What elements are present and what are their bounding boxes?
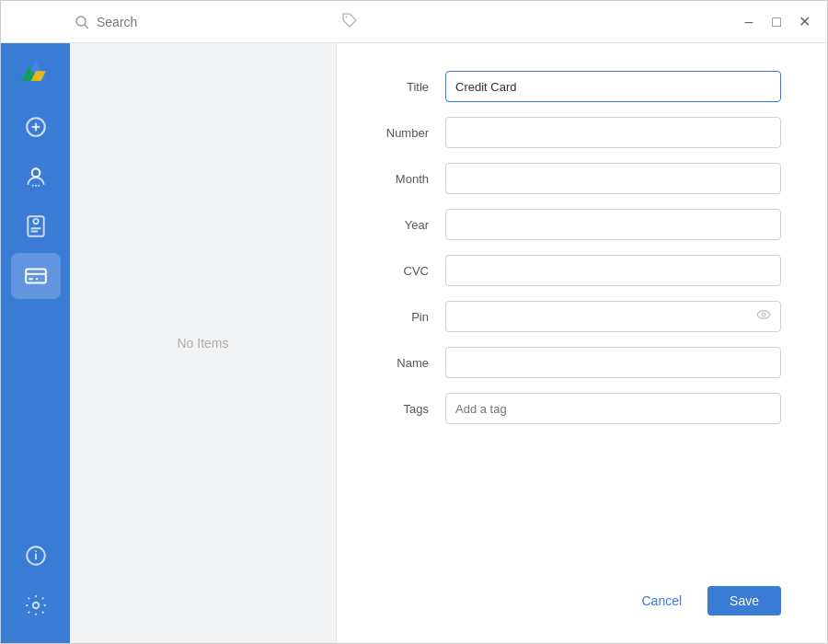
- svg-point-2: [346, 16, 348, 17]
- number-label: Number: [364, 126, 429, 140]
- title-label: Title: [364, 80, 429, 94]
- title-input[interactable]: [445, 71, 781, 102]
- number-input[interactable]: [445, 117, 781, 148]
- svg-rect-18: [26, 269, 46, 282]
- pin-label: Pin: [364, 310, 429, 324]
- sidebar-item-settings[interactable]: [11, 582, 61, 628]
- pin-input[interactable]: [445, 301, 781, 332]
- svg-point-14: [34, 185, 36, 187]
- app-logo: [19, 56, 52, 93]
- svg-point-25: [32, 603, 39, 609]
- year-input[interactable]: [445, 209, 781, 240]
- title-row: Title: [364, 71, 781, 102]
- cvc-input[interactable]: [445, 255, 781, 286]
- svg-line-1: [85, 25, 88, 29]
- pin-input-wrapper: [445, 301, 781, 332]
- name-input[interactable]: [445, 347, 781, 378]
- svg-point-17: [33, 219, 38, 224]
- tags-label: Tags: [364, 402, 429, 416]
- google-drive-logo: [19, 56, 52, 89]
- cvc-label: CVC: [364, 264, 429, 278]
- year-row: Year: [364, 209, 781, 240]
- no-items-label: No Items: [177, 336, 228, 351]
- close-button[interactable]: ✕: [796, 14, 812, 30]
- svg-point-26: [757, 311, 770, 318]
- form-fields: Title Number Month Year CVC: [364, 71, 781, 568]
- tags-row: Tags: [364, 393, 781, 424]
- list-panel: No Items: [70, 43, 337, 643]
- name-label: Name: [364, 356, 429, 370]
- title-bar-left: [1, 15, 741, 29]
- search-icon: [75, 15, 89, 29]
- tag-icon[interactable]: [341, 12, 358, 32]
- maximize-button[interactable]: □: [768, 14, 785, 30]
- month-input[interactable]: [445, 163, 781, 194]
- eye-icon[interactable]: [755, 306, 772, 327]
- main-content: No Items Title Number Month Year: [1, 43, 827, 643]
- cancel-button[interactable]: Cancel: [627, 586, 696, 615]
- sidebar-item-add[interactable]: [11, 104, 61, 150]
- svg-point-13: [31, 185, 33, 187]
- number-row: Number: [364, 117, 781, 148]
- search-input[interactable]: [97, 15, 281, 29]
- sidebar-nav: [11, 104, 61, 533]
- sidebar-item-info[interactable]: [11, 533, 61, 579]
- sidebar-item-contacts[interactable]: [11, 154, 61, 200]
- year-label: Year: [364, 218, 429, 232]
- pin-row: Pin: [364, 301, 781, 332]
- svg-point-11: [31, 168, 40, 177]
- sidebar-item-notes[interactable]: [11, 203, 61, 249]
- form-panel: Title Number Month Year CVC: [337, 43, 827, 643]
- sidebar-bottom: [11, 533, 61, 643]
- month-row: Month: [364, 163, 781, 194]
- window-controls: – □ ✕: [741, 14, 827, 30]
- cvc-row: CVC: [364, 255, 781, 286]
- title-bar: – □ ✕: [1, 1, 827, 43]
- sidebar-item-cards[interactable]: [11, 253, 61, 299]
- form-actions: Cancel Save: [364, 586, 781, 615]
- minimize-button[interactable]: –: [741, 14, 757, 30]
- svg-point-15: [38, 185, 40, 187]
- month-label: Month: [364, 172, 429, 186]
- save-button[interactable]: Save: [707, 586, 781, 615]
- svg-point-24: [35, 550, 37, 552]
- sidebar: [1, 43, 70, 643]
- tags-input[interactable]: [445, 393, 781, 424]
- svg-point-27: [762, 313, 765, 316]
- name-row: Name: [364, 347, 781, 378]
